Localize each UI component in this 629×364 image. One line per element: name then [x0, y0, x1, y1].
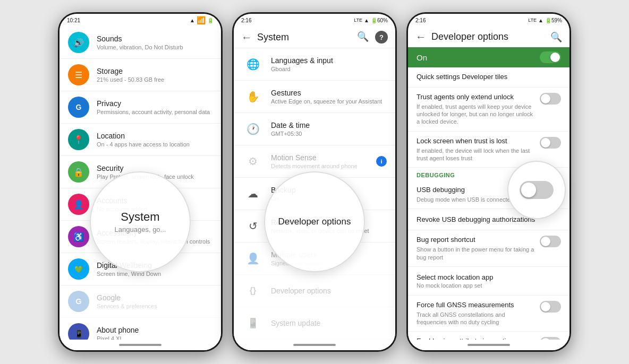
system-item-gestures[interactable]: ✋ Gestures Active Edge on, squeeze for y…	[234, 81, 395, 113]
motion-info-icon[interactable]: i	[376, 156, 387, 167]
circle-main-1: System	[121, 210, 159, 224]
users-icon: 👤	[242, 248, 264, 269]
usb-debug-toggle-large[interactable]	[520, 181, 554, 199]
gnss-sub: Track all GNSS constellations and freque…	[416, 311, 536, 326]
lock-screen-title: Lock screen when trust is lost	[416, 137, 536, 146]
gestures-title: Gestures	[271, 88, 387, 98]
dev-item-quick-tiles[interactable]: Quick settings Developer tiles	[408, 67, 570, 88]
system-item-update[interactable]: 📱 System update	[234, 307, 395, 340]
on-label: On	[416, 53, 427, 62]
location-title: Location	[97, 131, 212, 141]
security-title: Security	[97, 163, 212, 173]
privacy-icon: G	[68, 97, 89, 118]
settings-item-privacy[interactable]: G Privacy Permissions, account activity,…	[60, 91, 221, 124]
storage-title: Storage	[97, 66, 212, 76]
nav-bar-2	[234, 340, 395, 350]
languages-sub: Gboard	[271, 65, 387, 73]
search-icon-2[interactable]: 🔍	[357, 31, 369, 44]
motion-sub: Detects movement around phone	[271, 162, 369, 170]
about-icon: 📱	[68, 323, 89, 340]
dev-item-trust-agents[interactable]: Trust agents only extend unlock If enabl…	[408, 88, 570, 132]
nav-pill-1	[119, 344, 162, 346]
digital-wellbeing-sub: Screen time, Wind Down	[97, 270, 212, 278]
update-icon: 📱	[242, 313, 264, 334]
dev-circle-overlay: Developer options	[264, 171, 365, 272]
languages-title: Languages & input	[271, 56, 387, 65]
update-title: System update	[271, 318, 387, 328]
datetime-sub: GMT+05:30	[271, 130, 387, 137]
status-bar-3: 2:16 LTE ▲ 🔋59%	[408, 14, 570, 27]
trust-agents-toggle[interactable]	[540, 93, 561, 105]
system-title: System	[257, 32, 352, 43]
digital-wellbeing-icon: 💚	[68, 258, 89, 280]
dev-title: Developer options	[271, 286, 387, 296]
nav-bar-1	[60, 340, 221, 350]
dev-icon: {}	[242, 280, 264, 301]
status-icons-1: ▲ 📶 🔋	[190, 16, 214, 24]
system-item-languages[interactable]: 🌐 Languages & input Gboard	[234, 48, 395, 81]
nav-bar-3	[408, 340, 570, 350]
back-button-3[interactable]: ←	[415, 31, 426, 43]
languages-icon: 🌐	[242, 54, 264, 75]
trust-agents-sub: If enabled, trust agents will keep your …	[416, 103, 536, 126]
gnss-toggle[interactable]	[540, 301, 561, 313]
phone-2: 2:16 LTE ▲ 🔋60% ← System 🔍 ? 🌐 Languages…	[232, 12, 397, 352]
phone-1: 10:21 ▲ 📶 🔋 🔊 Sounds Volume, vibration, …	[58, 12, 223, 352]
dev-item-gnss[interactable]: Force full GNSS measurements Track all G…	[408, 296, 570, 332]
about-title: About phone	[97, 325, 212, 335]
on-bar: On	[408, 47, 570, 67]
settings-item-location[interactable]: 📍 Location On - 4 apps have access to lo…	[60, 124, 221, 156]
gnss-title: Force full GNSS measurements	[416, 301, 536, 310]
reset-icon: ↺	[242, 215, 264, 237]
sounds-sub: Volume, vibration, Do Not Disturb	[97, 44, 212, 51]
motion-icon: ⚙	[242, 151, 264, 172]
circle-sub-1: Languages, go...	[115, 226, 166, 233]
settings-item-sounds[interactable]: 🔊 Sounds Volume, vibration, Do Not Distu…	[60, 27, 221, 59]
mock-location-sub: No mock location app set	[416, 282, 561, 289]
storage-sub: 21% used - 50.83 GB free	[97, 76, 212, 83]
search-icon-3[interactable]: 🔍	[550, 31, 562, 43]
dev-options-title: Developer options	[431, 31, 545, 42]
dev-item-mock-location[interactable]: Select mock location app No mock locatio…	[408, 267, 570, 296]
gestures-icon: ✋	[242, 86, 264, 107]
privacy-sub: Permissions, account activity, personal …	[97, 108, 212, 116]
sounds-title: Sounds	[97, 34, 212, 44]
view-attr-toggle[interactable]	[540, 337, 561, 340]
status-time-1: 10:21	[67, 18, 80, 23]
settings-item-google[interactable]: G Google Services & preferences	[60, 285, 221, 318]
quick-tiles-title: Quick settings Developer tiles	[416, 73, 561, 82]
sounds-icon: 🔊	[68, 32, 89, 53]
google-icon: G	[68, 291, 89, 312]
datetime-title: Date & time	[271, 120, 387, 130]
help-icon-2[interactable]: ?	[375, 31, 388, 44]
settings-item-storage[interactable]: ☰ Storage 21% used - 50.83 GB free	[60, 59, 221, 91]
bug-report-toggle[interactable]	[540, 236, 561, 247]
usb-debug-circle	[507, 161, 566, 219]
gestures-sub: Active Edge on, squeeze for your Assista…	[271, 98, 387, 105]
dev-item-view-attr[interactable]: Enable view attribute inspection	[408, 332, 570, 340]
privacy-title: Privacy	[97, 99, 212, 108]
security-icon: 🔒	[68, 161, 89, 183]
dev-item-bug-report[interactable]: Bug report shortcut Show a button in the…	[408, 230, 570, 266]
back-button-2[interactable]: ←	[241, 31, 252, 44]
storage-icon: ☰	[68, 64, 89, 85]
status-icons-3: LTE ▲ 🔋59%	[528, 18, 562, 23]
lock-screen-toggle[interactable]	[540, 137, 561, 149]
system-item-dev[interactable]: {} Developer options	[234, 275, 395, 307]
datetime-icon: 🕐	[242, 118, 264, 140]
dev-options-header: ← Developer options 🔍	[408, 27, 570, 47]
location-icon: 📍	[68, 129, 89, 150]
settings-item-about[interactable]: 📱 About phone Pixel 4 XL	[60, 318, 221, 340]
system-item-datetime[interactable]: 🕐 Date & time GMT+05:30	[234, 113, 395, 145]
trust-agents-title: Trust agents only extend unlock	[416, 93, 536, 102]
system-top-bar: ← System 🔍 ?	[234, 27, 395, 48]
status-bar-2: 2:16 LTE ▲ 🔋60%	[234, 14, 395, 27]
accessibility-icon: ♿	[68, 226, 89, 247]
circle-main-2: Developer options	[271, 216, 357, 227]
status-time-2: 2:16	[241, 18, 251, 23]
status-time-3: 2:16	[415, 18, 426, 23]
mock-location-title: Select mock location app	[416, 273, 561, 281]
lock-screen-sub: If enabled, the device will lock when th…	[416, 147, 536, 162]
dev-options-toggle[interactable]	[540, 51, 561, 63]
system-circle-overlay: System Languages, go...	[90, 171, 191, 272]
